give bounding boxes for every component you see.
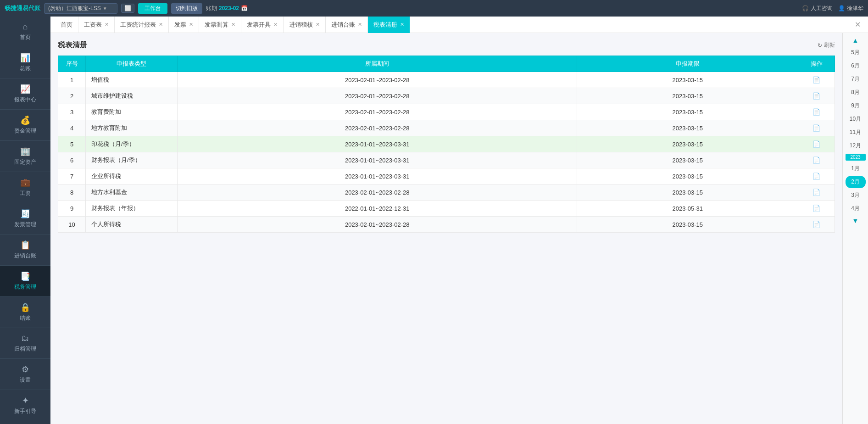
calendar-icon[interactable]: 📅: [241, 5, 248, 11]
month-3[interactable]: 3月: [846, 189, 866, 201]
cell-type: 个人所得税: [86, 217, 178, 233]
view-icon[interactable]: 📄: [812, 205, 820, 212]
nav-down-button[interactable]: ▼: [851, 215, 861, 226]
tab-tax-list-close[interactable]: ✕: [400, 22, 404, 28]
table-row: 10 个人所得税 2023-02-01~2023-02-28 2023-03-1…: [58, 217, 835, 233]
sidebar-item-reports[interactable]: 📈 报表中心: [0, 78, 50, 110]
sidebar-item-closing[interactable]: 🔒 结账: [0, 297, 50, 328]
view-icon[interactable]: 📄: [812, 108, 820, 116]
company-name: (勿动）江西服宝-LSS: [48, 5, 101, 12]
refresh-label: 刷新: [824, 41, 835, 49]
sidebar-item-funds[interactable]: 💰 资金管理: [0, 110, 50, 141]
tab-purchase-ledger[interactable]: 进销台账 ✕: [326, 17, 368, 33]
month-10[interactable]: 10月: [846, 113, 866, 125]
cell-period: 2023-02-01~2023-02-28: [178, 217, 577, 233]
cell-action: 📄: [798, 120, 835, 136]
sidebar-item-home[interactable]: ⌂ 首页: [0, 17, 50, 47]
sidebar-item-archive[interactable]: 🗂 归档管理: [0, 328, 50, 359]
tab-invoice[interactable]: 发票 ✕: [169, 17, 199, 33]
tab-purchase-audit-close[interactable]: ✕: [316, 22, 320, 28]
cell-no: 1: [58, 72, 86, 88]
cell-action: 📄: [798, 104, 835, 120]
tab-salary[interactable]: 工资表 ✕: [78, 17, 115, 33]
sidebar-item-salary[interactable]: 💼 工资: [0, 172, 50, 203]
table-row: 1 增值税 2023-02-01~2023-02-28 2023-03-15 📄: [58, 72, 835, 88]
funds-icon: 💰: [20, 115, 30, 125]
tab-salary-report-label: 工资统计报表: [120, 21, 156, 29]
sidebar-item-assets[interactable]: 🏢 固定资产: [0, 141, 50, 172]
cell-type: 城市维护建设税: [86, 88, 178, 104]
sidebar-item-tax[interactable]: 📑 税务管理: [0, 266, 50, 297]
cell-action: 📄: [798, 201, 835, 217]
sidebar-item-settings[interactable]: ⚙ 设置: [0, 359, 50, 390]
tab-invoice-label: 发票: [174, 21, 186, 29]
main-layout: ⌂ 首页 📊 总账 📈 报表中心 💰 资金管理 🏢 固定资产 💼 工资 🧾 发票…: [0, 17, 868, 424]
refresh-button[interactable]: ↻ 刷新: [818, 41, 835, 49]
cell-deadline: 2023-03-15: [577, 72, 798, 88]
sidebar-label-settings: 设置: [20, 376, 31, 384]
tab-tax-list[interactable]: 税表清册 ✕: [368, 17, 410, 33]
view-icon[interactable]: 📄: [812, 76, 820, 84]
tab-invoice-calc[interactable]: 发票测算 ✕: [199, 17, 241, 33]
month-2[interactable]: 2月: [846, 176, 866, 188]
month-5[interactable]: 5月: [846, 46, 866, 59]
sidebar-item-purchase-sales[interactable]: 📋 进销台账: [0, 234, 50, 266]
year-2023-badge[interactable]: 2023: [846, 154, 866, 161]
table-row: 8 地方水利基金 2023-02-01~2023-02-28 2023-03-1…: [58, 184, 835, 201]
page-header: 税表清册 ↻ 刷新: [58, 40, 835, 50]
month-6[interactable]: 6月: [846, 60, 866, 72]
close-all-tabs-button[interactable]: ✕: [852, 20, 863, 29]
sidebar-item-ledger[interactable]: 📊 总账: [0, 47, 50, 78]
month-4[interactable]: 4月: [846, 202, 866, 215]
closing-icon: 🔒: [20, 302, 30, 312]
month-7[interactable]: 7月: [846, 73, 866, 85]
tab-invoice-open-label: 发票开具: [247, 21, 271, 29]
view-icon[interactable]: 📄: [812, 221, 820, 228]
nav-up-button[interactable]: ▲: [851, 35, 861, 46]
sidebar-label-salary: 工资: [20, 190, 31, 197]
view-icon[interactable]: 📄: [812, 92, 820, 100]
cell-no: 9: [58, 201, 86, 217]
user-profile[interactable]: 👤 徐泽华: [838, 5, 863, 12]
copy-button[interactable]: ⬜: [121, 4, 134, 13]
tab-invoice-close[interactable]: ✕: [189, 22, 193, 28]
tab-salary-report[interactable]: 工资统计报表 ✕: [115, 17, 169, 33]
view-icon[interactable]: 📄: [812, 124, 820, 132]
human-consult[interactable]: 🎧 人工咨询: [802, 5, 833, 12]
app-logo: 畅捷通易代账: [5, 4, 40, 12]
switch-old-button[interactable]: 切到旧版: [171, 3, 202, 14]
view-icon[interactable]: 📄: [812, 173, 820, 180]
company-selector[interactable]: (勿动）江西服宝-LSS ▼: [44, 3, 117, 14]
month-11[interactable]: 11月: [846, 126, 866, 139]
month-8[interactable]: 8月: [846, 86, 866, 99]
tab-salary-close[interactable]: ✕: [105, 22, 109, 28]
tab-invoice-open-close[interactable]: ✕: [273, 22, 278, 28]
company-dropdown-icon: ▼: [103, 6, 107, 11]
workspace-button[interactable]: 工作台: [138, 3, 167, 14]
view-icon[interactable]: 📄: [812, 189, 820, 196]
sidebar-item-invoice-mgmt[interactable]: 🧾 发票管理: [0, 203, 50, 234]
invoice-mgmt-icon: 🧾: [20, 209, 30, 219]
top-bar: 畅捷通易代账 (勿动）江西服宝-LSS ▼ ⬜ 工作台 切到旧版 账期 2023…: [0, 0, 868, 17]
month-1[interactable]: 1月: [846, 162, 866, 175]
table-row: 7 企业所得税 2023-01-01~2023-03-31 2023-03-15…: [58, 168, 835, 184]
tab-invoice-calc-close[interactable]: ✕: [231, 22, 235, 28]
cell-period: 2023-01-01~2023-03-31: [178, 136, 577, 152]
tab-purchase-audit[interactable]: 进销稽核 ✕: [284, 17, 326, 33]
tab-home[interactable]: 首页: [55, 17, 78, 33]
sidebar-item-member[interactable]: V 畅会员: [0, 421, 50, 424]
period-label: 账期 2023-02 📅: [206, 5, 248, 12]
tax-table: 序号 申报表类型 所属期间 申报期限 操作 1 增值税 2023-02-01~2…: [58, 56, 835, 233]
tab-salary-label: 工资表: [84, 21, 102, 29]
view-icon[interactable]: 📄: [812, 140, 820, 148]
reports-icon: 📈: [20, 84, 30, 94]
month-9[interactable]: 9月: [846, 100, 866, 112]
tab-invoice-open[interactable]: 发票开具 ✕: [241, 17, 284, 33]
view-icon[interactable]: 📄: [812, 156, 820, 164]
month-12[interactable]: 12月: [846, 139, 866, 152]
tab-salary-report-close[interactable]: ✕: [159, 22, 163, 28]
sidebar-item-guide[interactable]: ✦ 新手引导: [0, 390, 50, 421]
table-row: 3 教育费附加 2023-02-01~2023-02-28 2023-03-15…: [58, 104, 835, 120]
tab-purchase-ledger-close[interactable]: ✕: [358, 22, 362, 28]
cell-deadline: 2023-03-15: [577, 168, 798, 184]
